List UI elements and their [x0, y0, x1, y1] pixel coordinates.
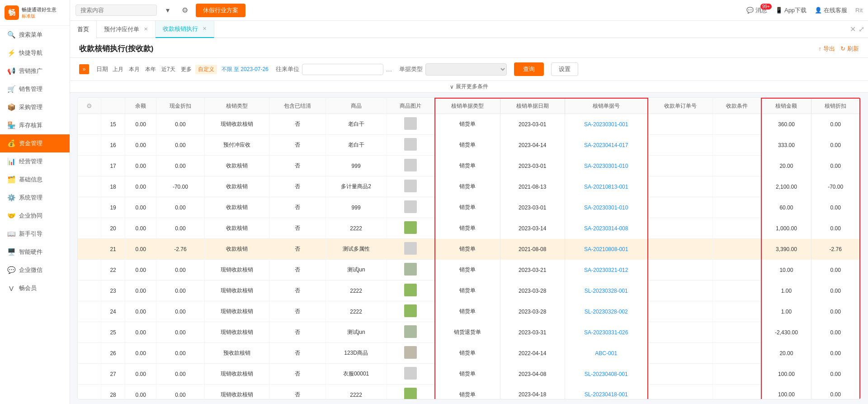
query-button[interactable]: 查询	[514, 62, 544, 76]
sidebar-item-collab[interactable]: 🤝企业协同	[0, 207, 70, 225]
date-btn-this-year[interactable]: 本年	[143, 65, 158, 74]
td-bill-type: 销货退货单	[435, 322, 500, 343]
bill-no-link[interactable]: SA-20230301-001	[584, 121, 628, 128]
column-settings-icon[interactable]: ⚙	[86, 102, 92, 109]
topbar-app-download[interactable]: 📱 App下载	[775, 6, 807, 14]
sidebar-item-label-quick: 快捷导航	[19, 49, 42, 57]
topbar-user[interactable]: Rit	[855, 7, 863, 14]
sidebar-item-member[interactable]: V畅会员	[0, 279, 70, 297]
table-row: 25 0.00 0.00 现销收款核销 否 测试jun 销货退货单 2023-0…	[78, 322, 860, 343]
table-row: 19 0.00 0.00 收款核销 否 999 销货单 2023-03-01 S…	[78, 197, 860, 218]
sales-icon: 🛒	[7, 85, 15, 93]
bill-no-link[interactable]: SA-20230414-017	[584, 142, 628, 148]
th-settings: ⚙	[78, 98, 101, 114]
td-bill-date: 2023-04-18	[500, 385, 565, 400]
sidebar-item-operation[interactable]: 📊经营管理	[0, 152, 70, 171]
sidebar-item-funds[interactable]: 💰资金管理	[0, 134, 70, 152]
td-included: 否	[269, 197, 326, 218]
marketing-icon: 📢	[7, 67, 15, 75]
date-btn-more[interactable]: 更多	[179, 65, 193, 74]
filter-unit-input[interactable]	[302, 64, 383, 75]
filter-unit-dots[interactable]: ...	[386, 65, 392, 73]
date-btn-this-month[interactable]: 本月	[127, 65, 142, 74]
filter-bill-type-select[interactable]	[425, 63, 507, 76]
filter-expand-btn[interactable]: »	[79, 64, 89, 74]
sidebar-item-hardware[interactable]: 🖥️智能硬件	[0, 243, 70, 261]
table-row: 21 0.00 -2.76 收款核销 否 测试多属性 销货单 2021-08-0…	[78, 239, 860, 260]
td-balance: 0.00	[125, 322, 156, 343]
td-bill-type: 销货单	[435, 280, 500, 301]
topbar: ▾ ⚙ 休假行业方案 💬 消息 99+ 📱 App下载 👤 在线客服 Rit	[70, 0, 868, 21]
td-product: 测试多属性	[326, 239, 387, 260]
td-row-num: 19	[101, 197, 125, 218]
bill-no-link[interactable]: ABC-001	[595, 350, 617, 356]
sidebar-item-purchase[interactable]: 📦采购管理	[0, 98, 70, 116]
export-button[interactable]: ↑ 导出	[819, 45, 835, 53]
refresh-button[interactable]: ↻ 刷新	[840, 45, 859, 53]
date-btn-custom[interactable]: 自定义	[195, 65, 217, 74]
window-close-icon[interactable]: ✕	[850, 25, 856, 33]
bill-no-link[interactable]: SL-20230418-001	[585, 391, 628, 398]
sidebar-item-wechat[interactable]: 💬企业微信	[0, 261, 70, 279]
topbar-dropdown-icon[interactable]: ▾	[161, 4, 174, 17]
bill-no-link[interactable]: SL-20230328-001	[585, 288, 628, 294]
td-product-img	[387, 218, 435, 239]
bill-no-link[interactable]: SA-20210813-001	[584, 184, 628, 190]
window-expand-icon[interactable]: ⤢	[859, 25, 864, 33]
bill-no-link[interactable]: SA-20230331-026	[584, 329, 628, 336]
tab-collection[interactable]: 收款核销执行 ✕	[156, 21, 214, 38]
td-product: 老白干	[326, 114, 387, 135]
table-area[interactable]: ⚙ 余额 现金折扣 核销类型 包含已结清 商品 商品图片 核销单据类型 核销单据…	[77, 97, 861, 399]
topbar-message[interactable]: 💬 消息 99+	[746, 6, 767, 14]
td-bill-date: 2023-03-01	[500, 197, 565, 218]
th-cash-discount: 现金折扣	[156, 98, 204, 114]
settings-button[interactable]: 设置	[551, 62, 578, 76]
message-badge: 99+	[760, 4, 772, 10]
sidebar-item-system[interactable]: ⚙️系统管理	[0, 189, 70, 207]
topbar-settings-icon[interactable]: ⚙	[179, 4, 191, 17]
td-balance: 0.00	[125, 280, 156, 301]
date-btn-7days[interactable]: 近7天	[160, 65, 177, 74]
logo-icon: 畅	[5, 5, 19, 20]
bill-no-link[interactable]: SL-20230328-002	[585, 309, 628, 315]
td-bill-type: 销货单	[435, 156, 500, 176]
bill-no-link[interactable]: SA-20230314-008	[584, 225, 628, 232]
tab-prepay-close-icon[interactable]: ✕	[144, 26, 148, 32]
th-balance: 余额	[125, 98, 156, 114]
bill-no-link[interactable]: SA-20230301-010	[584, 204, 628, 211]
td-included: 否	[269, 239, 326, 260]
bill-no-link[interactable]: SA-20210808-001	[584, 246, 628, 252]
sidebar-item-search[interactable]: 🔍搜索菜单	[0, 26, 70, 44]
refresh-icon: ↻	[840, 45, 845, 52]
sidebar-item-guide[interactable]: 📖新手引导	[0, 225, 70, 243]
td-bill-type: 销货单	[435, 197, 500, 218]
td-product: 2222	[326, 280, 387, 301]
sidebar-item-quick[interactable]: ⚡快捷导航	[0, 44, 70, 62]
th-product: 商品	[326, 98, 387, 114]
td-settings	[78, 218, 101, 239]
tab-collection-close-icon[interactable]: ✕	[203, 26, 207, 32]
bill-no-link[interactable]: SA-20230301-010	[584, 163, 628, 169]
sidebar-item-basic[interactable]: 🗂️基础信息	[0, 171, 70, 189]
td-cancel-discount: -2.76	[811, 239, 860, 260]
td-row-num: 24	[101, 301, 125, 322]
topbar-solution-button[interactable]: 休假行业方案	[196, 4, 245, 17]
expand-more-button[interactable]: ∨ 展开更多条件	[450, 83, 488, 90]
td-receipt-order	[648, 114, 713, 135]
filter-bill-type-section: 单据类型	[399, 63, 507, 76]
tab-prepay[interactable]: 预付冲应付单 ✕	[97, 21, 156, 38]
topbar-search-input[interactable]	[75, 5, 157, 16]
bill-no-link[interactable]: SL-20230408-001	[585, 371, 628, 377]
bill-no-link[interactable]: SA-20230321-012	[584, 267, 628, 273]
topbar-service[interactable]: 👤 在线客服	[815, 6, 847, 14]
sidebar-item-sales[interactable]: 🛒销售管理	[0, 80, 70, 98]
sidebar-item-inventory[interactable]: 🏪库存核算	[0, 116, 70, 134]
td-bill-type: 销货单	[435, 218, 500, 239]
sidebar-item-label-search: 搜索菜单	[19, 31, 42, 39]
date-btn-last-month[interactable]: 上月	[111, 65, 125, 74]
td-cash-discount: 0.00	[156, 343, 204, 364]
sidebar-item-marketing[interactable]: 📢营销推广	[0, 62, 70, 80]
td-settings	[78, 343, 101, 364]
page-header-actions: ↑ 导出 ↻ 刷新	[819, 45, 859, 53]
tab-home[interactable]: 首页	[70, 21, 97, 38]
